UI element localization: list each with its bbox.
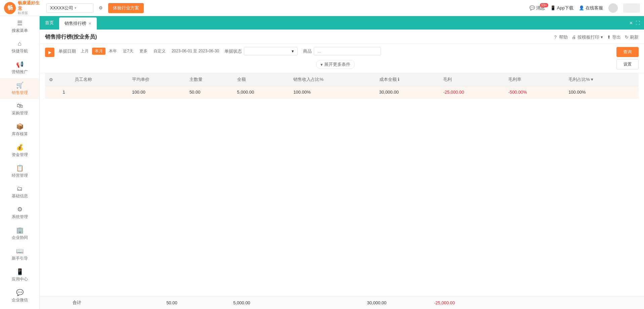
tab-close-window-icon[interactable]: ✕	[629, 20, 633, 25]
logo-title: 畅康通好生意	[18, 0, 44, 11]
service-icon: 👤	[579, 5, 584, 10]
export-icon: ⬆	[607, 35, 611, 40]
col-qty: 主数量	[185, 73, 233, 86]
expand-conditions-button[interactable]: ▾ 展开更多条件	[316, 60, 355, 69]
tab-close-icon[interactable]: ✕	[88, 21, 91, 26]
help-label: 帮助	[559, 34, 568, 40]
date-tab-custom[interactable]: 自定义	[151, 48, 168, 55]
top-right-area: 💬 消息 99+ 📱 App下载 👤 在线客服	[529, 3, 640, 13]
sidebar-item-quick-nav[interactable]: ⌂ 快捷导航	[0, 37, 39, 57]
col-rank	[57, 73, 71, 86]
sidebar-item-sales[interactable]: 🛒 销售管理	[0, 78, 39, 99]
col-profit: 毛利	[439, 73, 504, 86]
sales-icon: 🛒	[16, 82, 24, 89]
print-icon: 🖨	[572, 35, 576, 40]
goods-dots: ...	[317, 49, 321, 54]
sidebar-item-operation[interactable]: 📋 经营管理	[0, 161, 39, 182]
table-wrapper: ⚙ 员工名称 平均单价 主数量 全额 销售收入占比% 成本全额 ℹ 毛利 毛利率…	[40, 73, 644, 296]
company-selector[interactable]: XXXXX公司 ▾	[46, 3, 93, 13]
tab-maximize-icon[interactable]: ⛶	[636, 20, 640, 25]
cost-info-icon[interactable]: ℹ	[398, 77, 399, 82]
date-tab-7days[interactable]: 近7天	[120, 48, 136, 55]
date-tabs: 上月 本月 本年 近7天 更多 自定义	[78, 48, 168, 55]
settings-button[interactable]: 设置	[616, 59, 639, 69]
col-profit-rate: 毛利率	[504, 73, 564, 86]
sidebar-item-system[interactable]: ⚙ 系统管理	[0, 202, 39, 223]
system-icon: ⚙	[17, 206, 23, 213]
tab-sales-rank[interactable]: 销售排行榜 ✕	[59, 17, 97, 30]
col-avg-price: 平均单价	[128, 73, 185, 86]
help-icon: ？	[553, 34, 558, 40]
page-content: 销售排行榜(按业务员) ？ 帮助 🖨 按模板打印 ▾ ⬆ 导出	[40, 30, 644, 309]
status-select[interactable]: ▾	[244, 47, 298, 55]
app-download-button[interactable]: 📱 App下载	[550, 5, 573, 11]
try-industry-button[interactable]: 体验行业方案	[108, 3, 144, 13]
query-button[interactable]: 查询	[616, 47, 639, 57]
sidebar-item-member[interactable]: V 畅会员	[0, 306, 39, 309]
print-chevron-icon: ▾	[601, 35, 603, 40]
sidebar-item-guide[interactable]: 📖 新手引导	[0, 244, 39, 265]
operation-icon: 📋	[16, 164, 24, 172]
cell-settings	[45, 86, 57, 98]
enterprise-icon: 🏢	[16, 226, 24, 234]
sidebar: ☰ 搜索菜单 ⌂ 快捷导航 📢 营销推广 🛒 销售管理 🛍 采购管理 📦 库存核…	[0, 16, 40, 309]
col-settings[interactable]: ⚙	[45, 73, 57, 86]
status-filter-label: 单据状态	[224, 48, 242, 54]
sidebar-item-basic[interactable]: 🗂 基础信息	[0, 182, 39, 202]
main-layout: ☰ 搜索菜单 ⌂ 快捷导航 📢 营销推广 🛒 销售管理 🛍 采购管理 📦 库存核…	[0, 16, 644, 309]
sidebar-item-inventory[interactable]: 📦 库存核算	[0, 119, 39, 140]
cell-qty: 50.00	[185, 86, 233, 98]
footer-amount: 5,000.00	[233, 300, 300, 305]
gear-button[interactable]: ⚙	[96, 3, 105, 13]
filter-collapse-button[interactable]: ▶	[45, 48, 54, 57]
date-tab-this-month[interactable]: 本月	[92, 48, 105, 55]
logo-area: 畅 畅康通好生意 标准版	[4, 0, 44, 15]
col-profit-pct: 毛利占比% ▾	[564, 73, 639, 86]
sidebar-item-purchase[interactable]: 🛍 采购管理	[0, 99, 39, 119]
avatar[interactable]	[608, 3, 618, 13]
sidebar-item-marketing[interactable]: 📢 营销推广	[0, 57, 39, 78]
search-menu-icon: ☰	[17, 19, 23, 27]
export-button[interactable]: ⬆ 导出	[607, 34, 621, 40]
export-label: 导出	[612, 34, 621, 40]
sidebar-label-marketing: 营销推广	[12, 69, 28, 75]
sidebar-item-wechat[interactable]: 💬 企业微信	[0, 286, 39, 306]
cell-name	[71, 86, 128, 98]
goods-filter: 商品 ...	[303, 47, 381, 55]
sidebar-item-finance[interactable]: 💰 资金管理	[0, 140, 39, 161]
sidebar-label-wechat: 企业微信	[12, 297, 28, 303]
date-range-display: 2023-06-01 至 2023-06-30	[172, 48, 219, 54]
filter-area: ▶ 单据日期 上月 本月 本年 近7天	[40, 44, 644, 73]
goods-filter-label: 商品	[303, 48, 312, 54]
cell-profit-rate: -500.00%	[504, 86, 564, 98]
date-tab-more[interactable]: 更多	[137, 48, 150, 55]
cell-amount: 5,000.00	[233, 86, 290, 98]
sidebar-label-search: 搜索菜单	[12, 28, 28, 34]
footer-profit: -25,000.00	[434, 300, 501, 305]
table-footer: 合计 50.00 5,000.00 30,000.00 -25,000.00	[40, 296, 644, 309]
goods-input[interactable]: ...	[314, 47, 381, 55]
refresh-button[interactable]: ↻ 刷新	[625, 34, 639, 40]
help-button[interactable]: ？ 帮助	[553, 34, 568, 40]
wechat-icon: 💬	[16, 289, 24, 296]
sidebar-label-finance: 资金管理	[12, 152, 28, 158]
template-print-button[interactable]: 🖨 按模板打印 ▾	[572, 34, 603, 40]
service-label: 在线客服	[586, 5, 603, 11]
sidebar-item-enterprise[interactable]: 🏢 企业协同	[0, 223, 39, 244]
profit-pct-info-icon[interactable]: ▾	[591, 77, 593, 82]
sidebar-item-search[interactable]: ☰ 搜索菜单	[0, 16, 39, 37]
cell-profit: -25,000.00	[439, 86, 504, 98]
date-tab-last-month[interactable]: 上月	[78, 48, 91, 55]
tab-home[interactable]: 首页	[40, 16, 59, 30]
page-header: 销售排行榜(按业务员) ？ 帮助 🖨 按模板打印 ▾ ⬆ 导出	[40, 30, 644, 44]
inventory-icon: 📦	[16, 123, 24, 130]
sidebar-item-app-center[interactable]: 📱 应用中心	[0, 265, 39, 286]
logo-text: 畅康通好生意 标准版	[18, 0, 44, 15]
date-tab-this-year[interactable]: 本年	[106, 48, 120, 55]
online-service-button[interactable]: 👤 在线客服	[579, 5, 603, 11]
template-print-label: 按模板打印	[577, 34, 599, 40]
sidebar-label-app-center: 应用中心	[12, 276, 28, 282]
sidebar-label-operation: 经营管理	[12, 173, 28, 178]
filter-row-1: 单据日期 上月 本月 本年 近7天 更多 自定义 2023-06-01 至 20…	[58, 47, 612, 55]
message-button[interactable]: 💬 消息 99+	[529, 5, 545, 11]
